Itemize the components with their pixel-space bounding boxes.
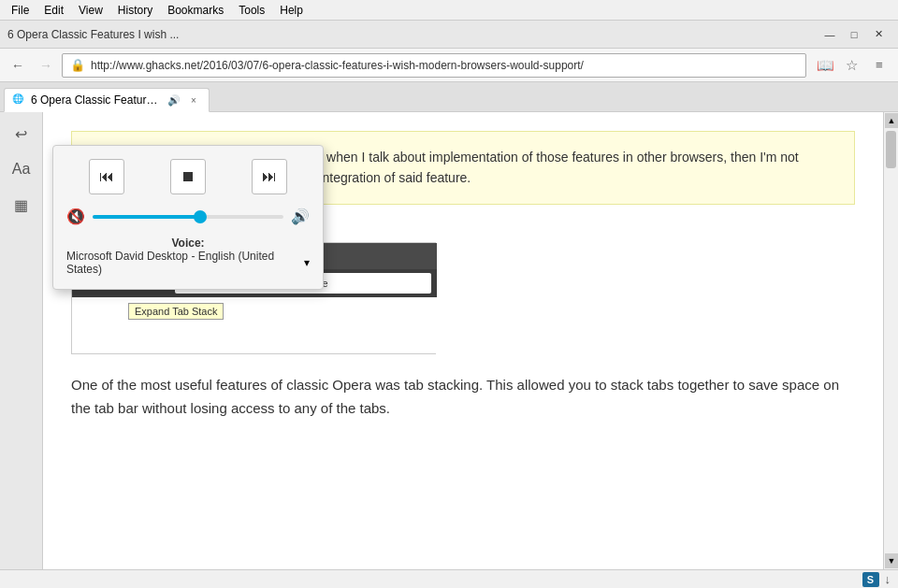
- voice-select[interactable]: Microsoft David Desktop - English (Unite…: [66, 250, 310, 276]
- close-button[interactable]: ✕: [866, 24, 891, 45]
- scroll-up-btn[interactable]: ▲: [885, 113, 898, 128]
- scrollbar[interactable]: ▲ ▼: [883, 112, 898, 569]
- title-bar-controls: — □ ✕: [818, 24, 891, 45]
- player-stop-button[interactable]: ⏹: [170, 159, 206, 194]
- article-text: One of the most useful features of class…: [71, 373, 855, 421]
- voice-name: Microsoft David Desktop - English (Unite…: [66, 250, 300, 276]
- expand-tab-stack-tooltip: Expand Tab Stack: [128, 303, 224, 320]
- maximize-button[interactable]: □: [842, 24, 866, 45]
- tab-bar: 🌐 6 Opera Classic Features I wish ... 🔊 …: [0, 82, 898, 112]
- status-s-badge[interactable]: S: [862, 572, 879, 587]
- address-bar[interactable]: 🔒 http://www.ghacks.net/2016/03/07/6-ope…: [62, 53, 806, 78]
- volume-track-fill: [93, 215, 197, 219]
- nav-icons: 📖 ☆: [814, 54, 862, 77]
- bookmark-icon[interactable]: ☆: [840, 54, 862, 77]
- voice-label-text: Voice:: [171, 237, 204, 250]
- sidebar-chart-button[interactable]: ▦: [6, 189, 37, 221]
- sidebar-back-button[interactable]: ↩: [6, 118, 37, 150]
- media-player-popup: ⏮ ⏹ ⏭ 🔇 🔊 Voice: Microsoft David Desktop…: [52, 145, 324, 290]
- forward-button[interactable]: →: [34, 53, 58, 78]
- menu-button[interactable]: ≡: [866, 53, 892, 78]
- title-bar: 6 Opera Classic Features I wish ... — □ …: [0, 21, 898, 49]
- scroll-track[interactable]: [884, 170, 898, 552]
- mute-icon[interactable]: 🔇: [66, 208, 85, 225]
- minimize-button[interactable]: —: [818, 24, 842, 45]
- player-controls: ⏮ ⏹ ⏭: [66, 159, 310, 194]
- voice-label: Voice:: [66, 237, 310, 250]
- title-bar-left: 6 Opera Classic Features I wish ...: [7, 28, 179, 41]
- volume-row: 🔇 🔊: [66, 208, 310, 225]
- menu-bar: File Edit View History Bookmarks Tools H…: [0, 0, 898, 21]
- back-button[interactable]: ←: [6, 53, 30, 78]
- menu-view[interactable]: View: [71, 2, 110, 19]
- reader-icon[interactable]: 📖: [814, 54, 836, 77]
- nav-bar: ← → 🔒 http://www.ghacks.net/2016/03/07/6…: [0, 49, 898, 82]
- menu-edit[interactable]: Edit: [36, 2, 71, 19]
- menu-bookmarks[interactable]: Bookmarks: [160, 2, 231, 19]
- menu-history[interactable]: History: [110, 2, 160, 19]
- volume-slider[interactable]: [93, 215, 283, 219]
- scroll-thumb[interactable]: [886, 131, 896, 168]
- tab-favicon: 🌐: [12, 93, 25, 107]
- status-bar: S ↓: [0, 569, 898, 588]
- player-next-button[interactable]: ⏭: [252, 159, 287, 194]
- address-text: http://www.ghacks.net/2016/03/07/6-opera…: [91, 59, 584, 72]
- menu-tools[interactable]: Tools: [231, 2, 272, 19]
- tab-title: 6 Opera Classic Features I wish ...: [31, 93, 162, 107]
- voice-dropdown-icon[interactable]: ▾: [304, 256, 310, 269]
- status-download-icon[interactable]: ↓: [885, 572, 891, 586]
- player-prev-button[interactable]: ⏮: [89, 159, 124, 194]
- window-title: 6 Opera Classic Features I wish ...: [7, 28, 179, 41]
- sidebar: ↩ Aa ▦: [0, 112, 43, 569]
- loud-icon[interactable]: 🔊: [291, 208, 310, 225]
- menu-file[interactable]: File: [4, 2, 36, 19]
- menu-help[interactable]: Help: [272, 2, 311, 19]
- volume-thumb[interactable]: [194, 210, 207, 223]
- sidebar-font-button[interactable]: Aa: [6, 153, 37, 185]
- active-tab[interactable]: 🌐 6 Opera Classic Features I wish ... 🔊 …: [4, 88, 210, 112]
- tab-close-button[interactable]: ×: [186, 93, 201, 108]
- scroll-down-btn[interactable]: ▼: [885, 553, 898, 568]
- tab-audio-icon[interactable]: 🔊: [167, 94, 181, 107]
- fake-browser-content: Expand Tab Stack: [72, 297, 437, 353]
